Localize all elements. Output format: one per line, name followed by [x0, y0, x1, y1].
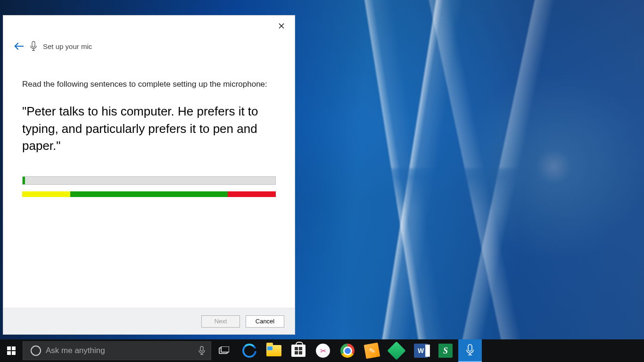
svg-rect-0	[32, 41, 35, 47]
cancel-button[interactable]: Cancel	[246, 315, 284, 328]
taskbar-app-edge[interactable]	[238, 339, 261, 362]
scale-high	[228, 191, 276, 197]
notes-icon: ✎	[364, 343, 380, 359]
taskbar-app-word[interactable]: W	[409, 339, 433, 362]
taskbar-app-diamond[interactable]	[385, 339, 408, 362]
dialog-title: Set up your mic	[43, 42, 92, 50]
svg-rect-10	[295, 351, 298, 354]
taskbar: ✎ W S	[0, 339, 644, 362]
svg-rect-8	[295, 347, 298, 350]
scale-low	[22, 191, 70, 197]
search-input[interactable]	[46, 346, 198, 355]
mic-level-meter	[22, 176, 276, 185]
search-mic-icon[interactable]	[198, 346, 205, 355]
taskbar-app-chrome[interactable]	[336, 339, 359, 362]
scissors-icon	[316, 344, 330, 358]
edge-icon	[242, 344, 256, 358]
dialog-footer: Next Cancel	[3, 308, 295, 334]
cortana-search-box[interactable]	[23, 341, 211, 360]
chrome-icon	[340, 344, 355, 358]
word-icon: W	[414, 344, 428, 358]
taskbar-app-speech-recognition[interactable]	[458, 339, 482, 362]
taskbar-app-store[interactable]	[287, 339, 310, 362]
svg-rect-2	[12, 346, 16, 350]
svg-rect-4	[12, 351, 16, 355]
svg-rect-7	[221, 346, 229, 352]
svg-rect-5	[200, 346, 203, 351]
folder-icon	[266, 345, 281, 356]
diamond-icon	[387, 341, 406, 360]
close-button[interactable]	[271, 18, 292, 33]
instruction-text: Read the following sentences to complete…	[22, 79, 267, 90]
sway-icon: S	[438, 344, 453, 358]
calibration-phrase: "Peter talks to his computer. He prefers…	[22, 103, 276, 155]
store-icon	[291, 345, 305, 357]
mic-level-scale	[22, 191, 276, 197]
task-view-button[interactable]	[213, 339, 235, 362]
scale-good	[70, 191, 228, 197]
back-arrow-icon[interactable]	[14, 42, 24, 50]
svg-rect-12	[468, 345, 472, 351]
taskbar-app-snipping-tool[interactable]	[311, 339, 335, 362]
svg-rect-1	[7, 346, 11, 350]
svg-rect-3	[7, 351, 11, 355]
taskbar-app-sticky-notes[interactable]: ✎	[360, 339, 384, 362]
mic-level-fill	[23, 177, 25, 184]
mic-setup-dialog: Set up your mic Read the following sente…	[3, 15, 295, 335]
microphone-icon	[30, 41, 37, 51]
svg-rect-11	[299, 351, 302, 354]
taskbar-app-sway[interactable]: S	[434, 339, 457, 362]
microphone-icon	[466, 344, 474, 356]
svg-rect-9	[299, 347, 302, 350]
start-button[interactable]	[0, 339, 23, 362]
cortana-icon	[31, 346, 41, 356]
next-button[interactable]: Next	[201, 315, 240, 328]
taskbar-app-file-explorer[interactable]	[262, 339, 286, 362]
